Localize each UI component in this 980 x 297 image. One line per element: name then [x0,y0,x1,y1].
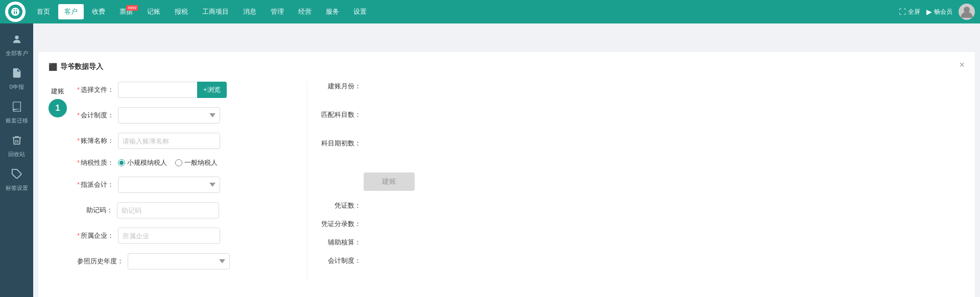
ledger-name-input[interactable] [118,133,220,149]
matching-subjects-row: 匹配科目数： [318,110,460,119]
nav-fees[interactable]: 收费 [86,4,111,19]
nav-tickets[interactable]: 票据 new [113,4,139,19]
nav-menu: 首页 客户 收费 票据 new 记账 报税 工商项目 消息 管理 经营 服务 设… [31,4,899,19]
voucher-count-label: 凭证数： [318,201,361,210]
memo-code-row: 助记码： [77,202,297,218]
browse-button[interactable]: +浏览 [197,82,227,98]
import-icon: ⬛ [49,63,57,71]
new-badge: new [126,5,138,11]
action-area: 建账 [318,157,460,191]
accounting-month-label: 建账月份： [318,82,361,91]
card-title: ⬛ 导爷数据导入 [49,62,965,71]
affiliated-company-input[interactable] [118,228,220,244]
build-account-button[interactable]: 建账 [364,172,415,191]
sidebar-item-declaration[interactable]: 0申报 [0,62,33,96]
sidebar: 全部客户 0申报 账套迁移 回收站 标签设置 [0,23,33,297]
radio-general-taxpayer[interactable]: 一般纳税人 [175,158,218,167]
nav-services[interactable]: 服务 [320,4,345,19]
voucher-info-group: 凭证数： 凭证分录数： 辅助核算： 会计制度： [318,201,460,265]
accounting-system-label: *会计制度： [77,111,114,120]
sidebar-item-all-clients[interactable]: 全部客户 [0,29,33,62]
accounting-system-row: *会计制度： [77,107,297,123]
memo-code-label: 助记码： [77,206,113,215]
tax-type-label: *纳税性质： [77,158,114,167]
file-input[interactable] [118,82,197,98]
reference-year-label: 参照历史年度： [77,257,124,266]
fullscreen-button[interactable]: ⛶ 全屏 [899,8,920,16]
ledger-name-row: *账簿名称： [77,133,297,149]
voucher-count-row: 凭证数： [318,201,460,210]
nav-business-projects[interactable]: 工商项目 [196,4,235,19]
initial-subjects-row: 科目期初数： [318,139,460,148]
main-content: ⬛ 导爷数据导入 × 建账 1 *选择文件： +浏览 [33,47,980,297]
file-select-label: *选择文件： [77,85,114,94]
person-icon [11,34,22,47]
fullscreen-icon: ⛶ [899,8,906,16]
nav-bookkeeping[interactable]: 记账 [141,4,166,19]
nav-management[interactable]: 管理 [265,4,290,19]
voucher-entries-row: 凭证分录数： [318,219,460,229]
form-area: 建账 1 *选择文件： +浏览 *会计制 [49,82,965,279]
video-icon: ▶ [926,8,932,16]
nav-home[interactable]: 首页 [31,4,56,19]
accounting-system-select[interactable] [118,107,220,123]
initial-subjects-label: 科目期初数： [318,139,361,148]
top-navigation: 首页 客户 收费 票据 new 记账 报税 工商项目 消息 管理 经营 服务 设… [0,0,980,23]
accounting-month-row: 建账月份： [318,82,460,91]
reference-year-row: 参照历史年度： [77,253,297,269]
tax-type-row: *纳税性质： 小规模纳税人 一般纳税人 [77,158,297,167]
import-card: ⬛ 导爷数据导入 × 建账 1 *选择文件： +浏览 [38,52,975,297]
tax-type-radio-group: 小规模纳税人 一般纳税人 [118,158,218,167]
memo-code-input[interactable] [117,202,219,218]
nav-clients[interactable]: 客户 [58,4,84,19]
nav-operations[interactable]: 经营 [292,4,318,19]
affiliated-company-label: *所属企业： [77,231,114,240]
svg-point-1 [15,36,18,39]
book-icon [11,101,22,115]
affiliated-company-row: *所属企业： [77,228,297,244]
reference-year-select[interactable] [128,253,230,269]
right-accounting-system-label: 会计制度： [318,256,361,265]
file-select-row: *选择文件： +浏览 [77,82,297,98]
app-logo[interactable] [5,2,26,22]
nav-messages[interactable]: 消息 [237,4,262,19]
radio-small-taxpayer[interactable]: 小规模纳税人 [118,158,167,167]
auxiliary-accounting-row: 辅助核算： [318,238,460,247]
sidebar-item-recycle[interactable]: 回收站 [0,130,33,163]
nav-tax[interactable]: 报税 [169,4,194,19]
file-input-group: +浏览 [118,82,227,98]
close-button[interactable]: × [959,60,965,69]
sidebar-item-account-migration[interactable]: 账套迁移 [0,96,33,130]
step-indicator: 建账 1 [49,82,67,279]
assigned-accountant-row: *指派会计： [77,177,297,193]
auxiliary-accounting-label: 辅助核算： [318,238,361,247]
matching-subjects-label: 匹配科目数： [318,110,361,119]
nav-right-area: ⛶ 全屏 ▶ 畅会员 [899,4,975,20]
right-accounting-system-row: 会计制度： [318,256,460,265]
form-left: *选择文件： +浏览 *会计制度： [77,82,307,279]
avatar[interactable] [959,4,975,20]
ledger-name-label: *账簿名称： [77,136,114,145]
member-button[interactable]: ▶ 畅会员 [926,8,952,16]
voucher-entries-label: 凭证分录数： [318,219,361,229]
form-right: 建账月份： 匹配科目数： 科目期初数： 建账 凭证数： [307,82,460,279]
right-info-group: 建账月份： 匹配科目数： 科目期初数： [318,82,460,157]
nav-settings[interactable]: 设置 [347,4,373,19]
document-icon [11,67,22,81]
assigned-accountant-select[interactable] [118,177,220,193]
sidebar-item-tag-settings[interactable]: 标签设置 [0,163,33,197]
trash-icon [11,135,22,148]
step-circle: 1 [49,99,67,117]
assigned-accountant-label: *指派会计： [77,180,114,189]
tag-icon [11,168,22,182]
